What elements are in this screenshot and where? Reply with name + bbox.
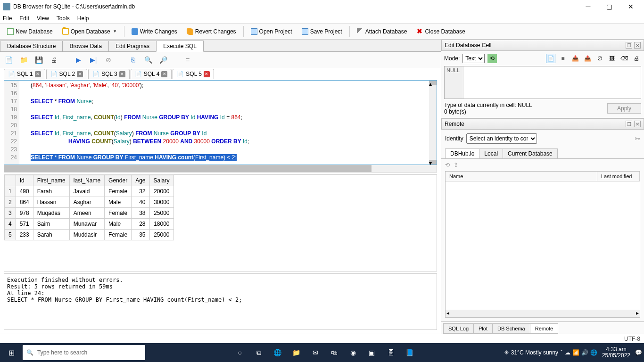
tab-database-structure[interactable]: Database Structure — [0, 41, 63, 51]
execute-line-icon[interactable]: ▶| — [89, 55, 98, 65]
store-icon[interactable]: 🛍 — [325, 343, 344, 362]
main-tabs: Database Structure Browse Data Edit Prag… — [0, 40, 441, 52]
save-results-icon[interactable]: ⎘ — [128, 55, 138, 65]
wifi-icon[interactable]: 📶 — [572, 349, 579, 356]
edit-cell-panel: Mode: Text ⟲ 📄 ≡ 📥 📤 ∅ 🖼 ⌫ 🖨 NULL Type o… — [441, 51, 644, 118]
btab-sql-log[interactable]: SQL Log — [443, 323, 474, 334]
cell-value-box[interactable]: NULL — [444, 66, 641, 99]
menu-help[interactable]: Help — [77, 15, 89, 22]
attach-database-button[interactable]: Attach Database — [353, 26, 412, 37]
execute-icon[interactable]: ▶ — [74, 55, 83, 65]
start-button[interactable]: ⊞ — [0, 343, 23, 362]
edge-icon[interactable]: 🌐 — [268, 343, 287, 362]
text-mode-icon[interactable]: 📄 — [546, 54, 555, 63]
autoswitch-icon[interactable]: ⟲ — [487, 54, 497, 63]
sql-editor[interactable]: 15 16 17 18 19 20 21 22 23 24 (864, 'Has… — [4, 80, 437, 165]
close-tab-icon[interactable]: ✕ — [161, 71, 167, 77]
volume-icon[interactable]: 🔊 — [581, 349, 588, 356]
onedrive-icon[interactable]: ☁ — [565, 349, 570, 356]
close-button[interactable]: ✕ — [620, 0, 641, 13]
line-gutter: 15 16 17 18 19 20 21 22 23 24 — [4, 81, 19, 165]
menu-file[interactable]: File — [3, 15, 12, 22]
dbbrowser-icon[interactable]: 🗄 — [381, 343, 400, 362]
chrome-icon[interactable]: ◉ — [344, 343, 363, 362]
tab-execute-sql[interactable]: Execute SQL — [156, 41, 204, 52]
sql-tab-4[interactable]: 📄SQL 4✕ — [131, 69, 172, 79]
weather-widget[interactable]: ☀ 31°C Mostly sunny — [504, 349, 558, 356]
close-tab-icon[interactable]: ✕ — [204, 71, 210, 77]
sql-code[interactable]: (864, 'Hassan', 'Asghar', 'Male', '40', … — [19, 81, 437, 165]
maximize-button[interactable]: ▢ — [599, 0, 620, 13]
minimize-button[interactable]: ─ — [578, 0, 599, 13]
print-icon[interactable]: 🖨 — [632, 54, 641, 63]
write-changes-button[interactable]: Write Changes — [127, 26, 182, 37]
rtl-icon[interactable]: ≡ — [558, 54, 568, 63]
open-database-button[interactable]: Open Database▼ — [58, 26, 121, 37]
close-tab-icon[interactable]: ✕ — [119, 71, 125, 77]
find-replace-icon[interactable]: 🔎 — [158, 55, 168, 65]
export-icon[interactable]: 📤 — [583, 54, 592, 63]
close-tab-icon[interactable]: ✕ — [77, 71, 83, 77]
close-tab-icon[interactable]: ✕ — [35, 71, 41, 77]
encoding-indicator: UTF-8 — [624, 336, 640, 342]
menu-tools[interactable]: Tools — [57, 15, 70, 22]
remote-list[interactable]: Name Last modified ◂▸ — [445, 171, 640, 318]
menu-edit[interactable]: Edit — [19, 15, 29, 22]
close-panel-icon[interactable]: ✕ — [634, 42, 641, 49]
close-database-button[interactable]: ✖Close Database — [412, 26, 469, 37]
chevron-up-icon[interactable]: ˄ — [560, 349, 563, 356]
bluestacks-icon[interactable]: ▣ — [363, 343, 381, 362]
import-icon[interactable]: 📥 — [570, 54, 580, 63]
stop-icon[interactable]: ⊘ — [104, 55, 113, 65]
save-sql-icon[interactable]: 💾 — [34, 55, 43, 65]
undock-icon[interactable]: ❐ — [626, 121, 632, 127]
mode-select[interactable]: Text — [462, 54, 485, 63]
indent-icon[interactable]: ≡ — [183, 55, 192, 65]
print-icon[interactable]: 🖨 — [49, 55, 58, 65]
sql-tab-1[interactable]: 📄SQL 1✕ — [4, 69, 45, 79]
upload-icon[interactable]: ⇪ — [454, 162, 458, 168]
search-box[interactable]: 🔍 Type here to search — [23, 345, 145, 360]
explorer-icon[interactable]: 📁 — [287, 343, 306, 362]
word-icon[interactable]: 📘 — [400, 343, 419, 362]
remote-tab-local[interactable]: Local — [479, 148, 503, 158]
task-view-icon[interactable]: ⧉ — [249, 343, 268, 362]
erase-icon[interactable]: ⌫ — [619, 54, 629, 63]
open-project-button[interactable]: Open Project — [247, 26, 297, 37]
save-project-button[interactable]: Save Project — [297, 26, 347, 37]
find-icon[interactable]: 🔍 — [143, 55, 153, 65]
certificate-icon[interactable]: 🗝 — [635, 135, 640, 142]
sql-tab-5[interactable]: 📄SQL 5✕ — [173, 69, 214, 79]
vertical-scrollbar[interactable]: ▴▾ — [429, 81, 437, 165]
undock-icon[interactable]: ❐ — [626, 42, 632, 49]
sql-tab-2[interactable]: 📄SQL 2✕ — [46, 69, 88, 79]
new-tab-icon[interactable]: 📄 — [4, 55, 13, 65]
clock[interactable]: 4:33 am 25/05/2022 — [602, 346, 630, 359]
close-panel-icon[interactable]: ✕ — [634, 121, 641, 127]
horizontal-scrollbar[interactable] — [4, 165, 437, 173]
results-table[interactable]: IdFirst_namelast_NameGenderAgeSalary1490… — [4, 174, 437, 272]
mail-icon[interactable]: ✉ — [306, 343, 325, 362]
image-icon[interactable]: 🖼 — [607, 54, 617, 63]
remote-tab-dbhub[interactable]: DBHub.io — [445, 148, 479, 158]
menu-view[interactable]: View — [37, 15, 49, 22]
remote-hscroll[interactable]: ◂▸ — [446, 310, 640, 317]
null-icon[interactable]: ∅ — [595, 54, 604, 63]
menubar: File Edit View Tools Help — [0, 13, 644, 24]
open-sql-icon[interactable]: 📁 — [19, 55, 28, 65]
btab-remote[interactable]: Remote — [530, 323, 559, 334]
refresh-icon[interactable]: ⟲ — [445, 162, 450, 168]
new-database-button[interactable]: New Database — [3, 26, 57, 37]
btab-plot[interactable]: Plot — [473, 323, 493, 334]
notifications-icon[interactable]: 💬 — [635, 349, 642, 356]
tab-edit-pragmas[interactable]: Edit Pragmas — [108, 41, 157, 51]
sql-tab-3[interactable]: 📄SQL 3✕ — [88, 69, 130, 79]
cortana-icon[interactable]: ○ — [231, 343, 249, 362]
identity-select[interactable]: Select an identity to connect — [466, 133, 537, 144]
btab-db-schema[interactable]: DB Schema — [492, 323, 530, 334]
language-icon[interactable]: 🌐 — [590, 349, 597, 356]
revert-changes-button[interactable]: Revert Changes — [182, 26, 240, 37]
apply-button[interactable]: Apply — [607, 103, 641, 114]
tab-browse-data[interactable]: Browse Data — [62, 41, 109, 51]
remote-tab-current[interactable]: Current Database — [503, 148, 558, 158]
